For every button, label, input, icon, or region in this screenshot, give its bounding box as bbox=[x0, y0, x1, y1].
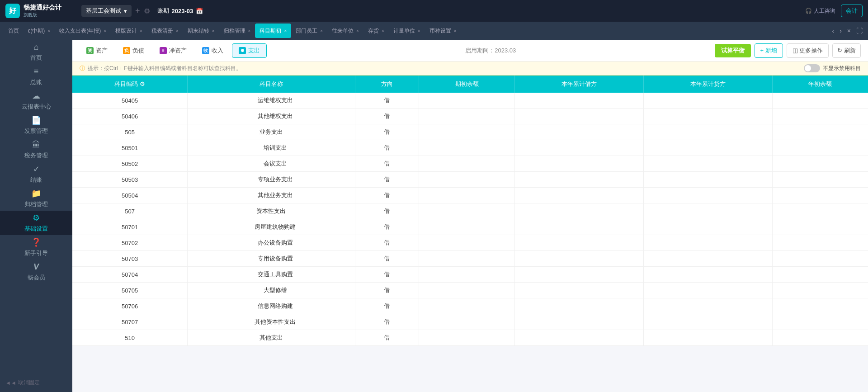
table-row[interactable]: 507资本性支出借 bbox=[72, 203, 868, 219]
close-icon[interactable]: × bbox=[320, 28, 323, 33]
close-icon[interactable]: × bbox=[454, 28, 457, 33]
cell-init-balance bbox=[419, 109, 515, 124]
close-icon[interactable]: × bbox=[284, 28, 287, 33]
tab-subject-init[interactable]: 科目期初 × bbox=[255, 24, 291, 38]
tab-unit[interactable]: 计量单位 × bbox=[389, 24, 425, 38]
sub-tab-equity[interactable]: ≡ 净资产 bbox=[153, 43, 193, 58]
sidebar-item-archive[interactable]: 📁 归档管理 bbox=[0, 186, 72, 211]
sub-tab-income[interactable]: 收 收入 bbox=[195, 43, 230, 58]
sidebar-tax-label: 税务管理 bbox=[24, 151, 48, 160]
sidebar-item-close[interactable]: ✓ 结账 bbox=[0, 162, 72, 186]
table-row[interactable]: 50707其他资本性支出借 bbox=[72, 314, 868, 330]
sidebar-item-member[interactable]: V 畅会员 bbox=[0, 260, 72, 284]
cell-code: 50406 bbox=[72, 109, 188, 124]
calendar-icon[interactable]: 📅 bbox=[196, 8, 203, 14]
disable-toggle[interactable] bbox=[804, 64, 820, 72]
tab-annual[interactable]: 收入支出表(年报) × bbox=[55, 24, 111, 38]
tab-maximize[interactable]: ⛶ bbox=[854, 26, 864, 35]
close-icon[interactable]: × bbox=[176, 28, 179, 33]
cell-ytd-credit bbox=[644, 314, 773, 330]
sub-tab-expense[interactable]: ⊕ 支出 bbox=[232, 43, 267, 58]
tab-dept[interactable]: 部门员工 × bbox=[291, 24, 327, 38]
sub-tab-assets[interactable]: 资 资产 bbox=[80, 43, 114, 58]
table-row[interactable]: 50405运维维权支出借 bbox=[72, 93, 868, 109]
cell-ytd-credit bbox=[644, 156, 773, 172]
tab-taxlist[interactable]: 税表清册 × bbox=[147, 24, 183, 38]
add-button[interactable]: + 新增 bbox=[755, 43, 783, 58]
sidebar-item-invoice[interactable]: 📄 发票管理 bbox=[0, 113, 72, 137]
cell-direction: 借 bbox=[355, 203, 419, 219]
settings-icon[interactable]: ⚙ bbox=[144, 7, 150, 15]
cell-ytd-credit bbox=[644, 109, 773, 124]
tab-yearend[interactable]: 期末结转 × bbox=[183, 24, 219, 38]
table-row[interactable]: 50503专项业务支出借 bbox=[72, 172, 868, 188]
sidebar-item-tax[interactable]: 🏛 税务管理 bbox=[0, 137, 72, 162]
table-row[interactable]: 50504其他业务支出借 bbox=[72, 188, 868, 203]
account-button[interactable]: 会计 bbox=[841, 5, 863, 17]
tab-mid[interactable]: ε(中期) × bbox=[24, 24, 55, 38]
cell-ytd-credit bbox=[644, 330, 773, 346]
table-row[interactable]: 50501培训支出借 bbox=[72, 140, 868, 156]
table-row[interactable]: 50502会议支出借 bbox=[72, 156, 868, 172]
cell-name: 专项业务支出 bbox=[188, 172, 355, 188]
sidebar: ⌂ 首页 ≡ 总账 ☁ 云报表中心 📄 发票管理 🏛 税务管理 ✓ 结账 📁 归… bbox=[0, 40, 72, 392]
cell-ytd-debit bbox=[515, 298, 644, 314]
table-row[interactable]: 50702办公设备购置借 bbox=[72, 235, 868, 251]
table-row[interactable]: 50704交通工具购置借 bbox=[72, 267, 868, 283]
tab-partner[interactable]: 往来单位 × bbox=[327, 24, 363, 38]
cell-ytd-debit bbox=[515, 314, 644, 330]
sub-tab-liabilities[interactable]: 负 负债 bbox=[116, 43, 151, 58]
close-icon[interactable]: × bbox=[104, 28, 106, 33]
table-body: 50405运维维权支出借50406其他维权支出借505业务支出借50501培训支… bbox=[72, 93, 868, 346]
tab-inventory[interactable]: 存货 × bbox=[363, 24, 389, 38]
support-button[interactable]: 🎧 人工咨询 bbox=[805, 7, 835, 15]
sidebar-item-guide[interactable]: ❓ 新手引导 bbox=[0, 235, 72, 260]
hint-right: 不显示禁用科目 bbox=[804, 64, 861, 72]
table-row[interactable]: 50701房屋建筑物购建借 bbox=[72, 219, 868, 235]
tab-template[interactable]: 模版设计 × bbox=[111, 24, 147, 38]
cell-code: 50705 bbox=[72, 283, 188, 298]
add-project-icon[interactable]: + bbox=[135, 6, 140, 16]
project-selector[interactable]: 基层工会测试 ▾ bbox=[81, 5, 132, 17]
tab-scroll-left[interactable]: ‹ bbox=[830, 26, 836, 35]
sidebar-item-ledger[interactable]: ≡ 总账 bbox=[0, 64, 72, 89]
sidebar-archive-label: 归档管理 bbox=[24, 200, 48, 208]
sidebar-item-cloud[interactable]: ☁ 云报表中心 bbox=[0, 89, 72, 113]
sidebar-item-settings[interactable]: ⚙ 基础设置 bbox=[0, 211, 72, 235]
th-direction: 方向 bbox=[355, 76, 419, 93]
cell-name: 会议支出 bbox=[188, 156, 355, 172]
table-row[interactable]: 50406其他维权支出借 bbox=[72, 109, 868, 124]
more-button[interactable]: ◫ 更多操作 bbox=[787, 43, 829, 58]
tab-scroll-right[interactable]: › bbox=[838, 26, 844, 35]
top-header: 好 畅捷通好会计 旗舰版 基层工会测试 ▾ + ⚙ 账期 2023-03 📅 🎧… bbox=[0, 0, 868, 22]
close-icon[interactable]: × bbox=[382, 28, 384, 33]
table-row[interactable]: 50706信息网络购建借 bbox=[72, 298, 868, 314]
table-row[interactable]: 510其他支出借 bbox=[72, 330, 868, 346]
table-row[interactable]: 50703专用设备购置借 bbox=[72, 251, 868, 267]
sidebar-collapse[interactable]: ◄◄ 取消固定 bbox=[0, 373, 72, 392]
close-icon[interactable]: × bbox=[212, 28, 215, 33]
sidebar-item-home[interactable]: ⌂ 首页 bbox=[0, 40, 72, 64]
balance-button[interactable]: 试算平衡 bbox=[715, 44, 751, 57]
cell-name: 信息网络购建 bbox=[188, 298, 355, 314]
equity-icon: ≡ bbox=[160, 47, 167, 54]
refresh-button[interactable]: ↻ 刷新 bbox=[832, 43, 861, 58]
close-icon[interactable]: × bbox=[248, 28, 251, 33]
close-icon[interactable]: × bbox=[356, 28, 359, 33]
close-icon[interactable]: × bbox=[418, 28, 420, 33]
tab-archive[interactable]: 归档管理 × bbox=[219, 24, 255, 38]
cell-direction: 借 bbox=[355, 267, 419, 283]
home-icon: ⌂ bbox=[34, 43, 39, 52]
gear-icon[interactable]: ⚙ bbox=[140, 80, 145, 87]
tab-home[interactable]: 首页 bbox=[4, 24, 24, 38]
cell-code: 507 bbox=[72, 203, 188, 219]
tab-close-all[interactable]: × bbox=[845, 26, 853, 35]
sidebar-close-label: 结账 bbox=[30, 176, 42, 184]
tab-unit-label: 计量单位 bbox=[393, 27, 415, 35]
hint-bar: ⓘ 提示：按Ctrl + F键并输入科目编码或者科目名称可以查找科目。 不显示禁… bbox=[72, 61, 868, 76]
table-row[interactable]: 50705大型修缮借 bbox=[72, 283, 868, 298]
close-icon[interactable]: × bbox=[140, 28, 142, 33]
close-icon[interactable]: × bbox=[47, 28, 50, 33]
tab-currency[interactable]: 币种设置 × bbox=[425, 24, 461, 38]
table-row[interactable]: 505业务支出借 bbox=[72, 124, 868, 140]
